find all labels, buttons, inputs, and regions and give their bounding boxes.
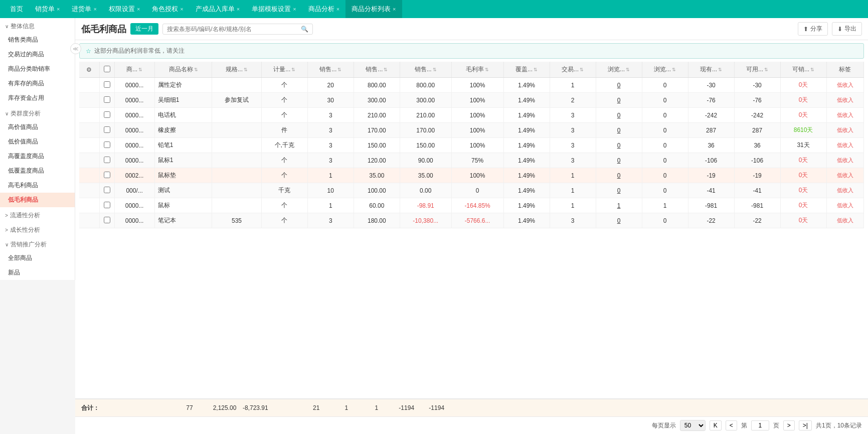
date-filter-button[interactable]: 近一月 xyxy=(130,23,158,35)
nav-home[interactable]: 首页 xyxy=(4,0,29,18)
sort-sales-price-icon[interactable]: ⇅ xyxy=(384,67,388,72)
sidebar-group-overall[interactable]: ∨ 整体信息 xyxy=(0,18,75,33)
sort-coverage-icon[interactable]: ⇅ xyxy=(534,67,538,72)
close-purchase-order-icon[interactable]: × xyxy=(93,6,96,12)
sidebar-item-high-coverage[interactable]: 高覆盖度商品 xyxy=(0,149,75,164)
search-icon[interactable]: 🔍 xyxy=(301,26,308,33)
cell-name[interactable]: 笔记本 xyxy=(154,213,212,228)
cell-browse1[interactable]: 0 xyxy=(596,153,642,168)
row-checkbox[interactable] xyxy=(104,157,110,163)
row-checkbox[interactable] xyxy=(104,96,110,103)
row-checkbox[interactable] xyxy=(104,217,110,223)
nav-sales-order[interactable]: 销货单 × xyxy=(29,0,66,18)
cell-name[interactable]: 鼠标 xyxy=(154,198,212,213)
sidebar-item-low-value[interactable]: 低价值商品 xyxy=(0,134,75,149)
close-finished-goods-icon[interactable]: × xyxy=(237,6,240,12)
close-role-auth-icon[interactable]: × xyxy=(180,6,183,12)
browse1-link[interactable]: 0 xyxy=(617,142,621,149)
nav-role-auth[interactable]: 角色授权 × xyxy=(146,0,189,18)
close-product-analysis-icon[interactable]: × xyxy=(336,6,339,12)
cell-name[interactable]: 鼠标垫 xyxy=(154,168,212,183)
sort-browse2-icon[interactable]: ⇅ xyxy=(672,67,676,72)
row-checkbox[interactable] xyxy=(104,81,110,88)
cell-browse1[interactable]: 0 xyxy=(596,183,642,198)
cell-checkbox[interactable] xyxy=(99,168,114,183)
sidebar-item-low-margin[interactable]: 低毛利商品 xyxy=(0,193,75,207)
browse1-link[interactable]: 1 xyxy=(617,202,621,209)
close-product-analysis-list-icon[interactable]: × xyxy=(393,6,396,12)
sidebar-item-high-margin[interactable]: 高毛利商品 xyxy=(0,178,75,193)
sort-gross-margin-icon[interactable]: ⇅ xyxy=(485,67,489,72)
nav-finished-goods[interactable]: 产成品入库单 × xyxy=(190,0,246,18)
sidebar-item-high-value[interactable]: 高价值商品 xyxy=(0,120,75,134)
cell-name[interactable]: 属性定价 xyxy=(154,78,212,93)
cell-browse1[interactable]: 0 xyxy=(596,168,642,183)
sidebar-group-liquidity[interactable]: > 流通性分析 xyxy=(0,207,75,222)
sidebar-item-all-products[interactable]: 全部商品 xyxy=(0,251,75,265)
th-settings[interactable]: ⚙ xyxy=(79,62,99,78)
first-page-button[interactable]: K xyxy=(710,420,722,430)
cell-checkbox[interactable] xyxy=(99,108,114,123)
sort-name-icon[interactable]: ⇅ xyxy=(194,67,198,72)
prev-page-button[interactable]: < xyxy=(726,420,737,430)
row-checkbox[interactable] xyxy=(104,202,110,208)
cell-name[interactable]: 橡皮擦 xyxy=(154,123,212,138)
cell-checkbox[interactable] xyxy=(99,93,114,108)
page-number-input[interactable] xyxy=(751,420,769,430)
cell-browse1[interactable]: 0 xyxy=(596,213,642,228)
cell-checkbox[interactable] xyxy=(99,198,114,213)
sidebar-item-sales-products[interactable]: 销售类商品 xyxy=(0,33,75,47)
sort-sellable-days-icon[interactable]: ⇅ xyxy=(810,67,814,72)
sidebar-item-in-stock-products[interactable]: 有库存的商品 xyxy=(0,76,75,91)
sidebar-group-growth[interactable]: > 成长性分析 xyxy=(0,222,75,236)
row-checkbox[interactable] xyxy=(104,172,110,178)
page-size-select[interactable]: 50 100 200 xyxy=(680,420,706,431)
sort-current-stock-icon[interactable]: ⇅ xyxy=(718,67,722,72)
cell-browse1[interactable]: 0 xyxy=(596,108,642,123)
nav-purchase-order[interactable]: 进货单 × xyxy=(66,0,102,18)
row-checkbox[interactable] xyxy=(104,141,110,148)
browse1-link[interactable]: 0 xyxy=(617,97,621,104)
browse1-link[interactable]: 0 xyxy=(617,112,621,119)
cell-name[interactable]: 鼠标1 xyxy=(154,153,212,168)
sidebar-item-category-sales-rate[interactable]: 商品分类助销率 xyxy=(0,62,75,76)
browse1-link[interactable]: 0 xyxy=(617,172,621,179)
sort-sales-qty-icon[interactable]: ⇅ xyxy=(337,67,341,72)
cell-checkbox[interactable] xyxy=(99,138,114,153)
sidebar-group-cluster-analysis[interactable]: ∨ 类群度分析 xyxy=(0,105,75,120)
close-sales-order-icon[interactable]: × xyxy=(57,6,60,12)
sort-trade-count-icon[interactable]: ⇅ xyxy=(580,67,584,72)
cell-checkbox[interactable] xyxy=(99,123,114,138)
nav-permissions[interactable]: 权限设置 × xyxy=(103,0,146,18)
nav-product-analysis-list[interactable]: 商品分析列表 × xyxy=(345,0,402,18)
sidebar-group-marketing[interactable]: ∨ 营销推广分析 xyxy=(0,236,75,251)
nav-product-analysis[interactable]: 商品分析 × xyxy=(302,0,345,18)
sidebar-item-low-coverage[interactable]: 低覆盖度商品 xyxy=(0,164,75,178)
sort-spec-icon[interactable]: ⇅ xyxy=(244,67,248,72)
cell-checkbox[interactable] xyxy=(99,78,114,93)
cell-browse1[interactable]: 0 xyxy=(596,78,642,93)
row-checkbox[interactable] xyxy=(104,187,110,193)
nav-template-settings[interactable]: 单据模板设置 × xyxy=(246,0,302,18)
row-checkbox[interactable] xyxy=(104,126,110,133)
row-checkbox[interactable] xyxy=(104,111,110,118)
browse1-link[interactable]: 0 xyxy=(617,217,621,224)
select-all-checkbox[interactable] xyxy=(104,66,110,72)
browse1-link[interactable]: 0 xyxy=(617,127,621,134)
next-page-button[interactable]: > xyxy=(783,420,795,430)
sidebar-collapse-button[interactable]: ≪ xyxy=(70,43,81,54)
cell-browse1[interactable]: 0 xyxy=(596,138,642,153)
close-template-settings-icon[interactable]: × xyxy=(293,6,296,12)
browse1-link[interactable]: 0 xyxy=(617,82,621,89)
cell-name[interactable]: 电话机 xyxy=(154,108,212,123)
cell-browse1[interactable]: 0 xyxy=(596,123,642,138)
cell-checkbox[interactable] xyxy=(99,153,114,168)
cell-checkbox[interactable] xyxy=(99,183,114,198)
share-button[interactable]: ⬆ 分享 xyxy=(798,22,828,36)
sort-available-stock-icon[interactable]: ⇅ xyxy=(764,67,768,72)
browse1-link[interactable]: 0 xyxy=(617,187,621,194)
export-button[interactable]: ⬇ 导出 xyxy=(832,22,862,36)
close-permissions-icon[interactable]: × xyxy=(137,6,140,12)
browse1-link[interactable]: 0 xyxy=(617,157,621,164)
cell-name[interactable]: 吴细细1 xyxy=(154,93,212,108)
